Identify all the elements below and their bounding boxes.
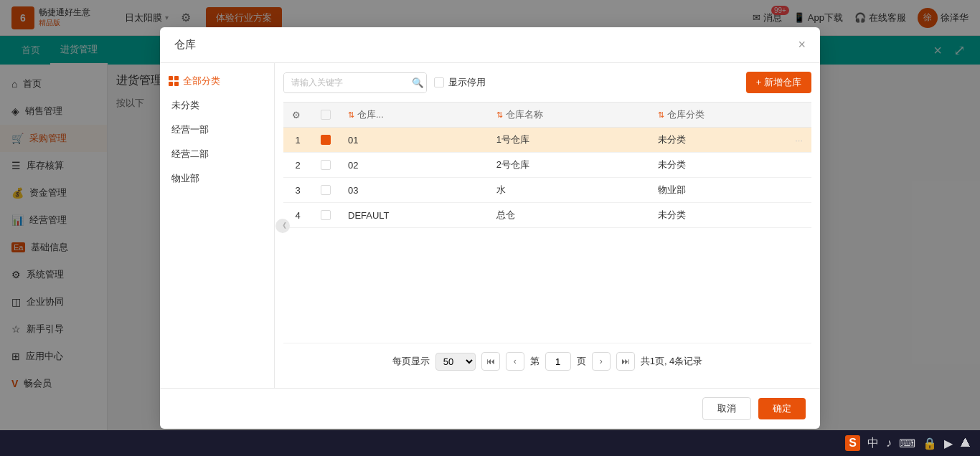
modal-title: 仓库 — [174, 38, 196, 52]
row-checkbox[interactable] — [312, 178, 339, 203]
table-row[interactable]: 2 02 2号仓库 未分类 — [283, 153, 811, 178]
modal-close-button[interactable]: × — [798, 37, 806, 52]
total-info: 共1页, 4条记录 — [641, 355, 703, 368]
page-size-label: 每页显示 — [392, 355, 430, 368]
row-code: 01 — [339, 128, 488, 153]
row-name: 1号仓库 — [488, 128, 650, 153]
bottom-lang-icon[interactable]: 中 — [867, 436, 879, 451]
category-all-label: 全部分类 — [183, 75, 220, 87]
row-category: 未分类 — [649, 203, 811, 228]
bottom-up-icon[interactable]: ⯅ — [960, 437, 971, 450]
row-num: 1 — [283, 128, 312, 153]
page-size-select[interactable]: 50 10 20 100 — [435, 353, 476, 371]
toolbar: 🔍 显示停用 + 新增仓库 — [283, 72, 811, 93]
modal-body: 全部分类 未分类 经营一部 经营二部 物业部 《 — [160, 63, 820, 388]
sort-icon: ⇅ — [658, 110, 664, 120]
col-category: ⇅ 仓库分类 — [649, 103, 811, 128]
collapse-sidebar-button[interactable]: 《 — [275, 219, 290, 233]
bottom-play-icon[interactable]: ▶ — [944, 437, 953, 450]
confirm-button[interactable]: 确定 — [758, 398, 806, 419]
warehouse-table: ⚙ ⇅ 仓库... — [283, 102, 811, 228]
search-box: 🔍 — [283, 72, 427, 93]
right-panel: 🔍 显示停用 + 新增仓库 ⚙ — [275, 63, 820, 388]
warehouse-modal: 仓库 × 全部分类 未分类 经营一部 经营二部 — [160, 27, 820, 429]
next-page-button[interactable]: › — [592, 352, 611, 371]
row-code: 02 — [339, 153, 488, 178]
col-name: ⇅ 仓库名称 — [488, 103, 650, 128]
table-row[interactable]: 1 01 1号仓库 未分类 ··· — [283, 128, 811, 153]
page-go-label: 第 — [530, 355, 540, 368]
grid-icon — [169, 76, 179, 86]
table-gear-icon[interactable]: ⚙ — [292, 110, 301, 120]
row-name: 总仓 — [488, 203, 650, 228]
row-num: 2 — [283, 153, 312, 178]
modal-footer: 取消 确定 — [160, 388, 820, 429]
row-code: 03 — [339, 178, 488, 203]
table-row[interactable]: 3 03 水 物业部 — [283, 178, 811, 203]
bottom-keyboard-icon[interactable]: ⌨ — [899, 437, 915, 450]
row-name: 水 — [488, 178, 650, 203]
col-check — [312, 103, 339, 128]
sort-icon: ⇅ — [348, 110, 354, 120]
cancel-button[interactable]: 取消 — [702, 397, 751, 420]
row-checkbox[interactable] — [312, 153, 339, 178]
row-checkbox[interactable] — [312, 203, 339, 228]
last-page-button[interactable]: ⏭ — [616, 352, 635, 371]
show-disabled-text: 显示停用 — [448, 76, 486, 89]
row-checkbox[interactable] — [312, 128, 339, 153]
row-category: 未分类 — [649, 153, 811, 178]
page-number-input[interactable] — [545, 352, 571, 371]
row-category: 未分类 ··· — [649, 128, 811, 153]
category-sidebar: 全部分类 未分类 经营一部 经营二部 物业部 《 — [160, 63, 275, 388]
category-item-ops2[interactable]: 经营二部 — [160, 142, 274, 166]
row-num: 3 — [283, 178, 312, 203]
prev-page-button[interactable]: ‹ — [506, 352, 524, 371]
page-label: 页 — [577, 355, 586, 368]
bottom-s-icon[interactable]: S — [845, 435, 860, 451]
row-category: 物业部 — [649, 178, 811, 203]
bottom-sound-icon[interactable]: ♪ — [886, 437, 892, 450]
select-all-checkbox[interactable] — [321, 110, 331, 120]
category-item-unclassified[interactable]: 未分类 — [160, 93, 274, 118]
row-name: 2号仓库 — [488, 153, 650, 178]
modal-overlay[interactable]: 仓库 × 全部分类 未分类 经营一部 经营二部 — [0, 0, 980, 456]
bottom-lock-icon[interactable]: 🔒 — [923, 437, 937, 450]
show-disabled-checkbox[interactable] — [434, 77, 444, 87]
add-warehouse-button[interactable]: + 新增仓库 — [746, 72, 811, 93]
col-gear: ⚙ — [283, 103, 312, 128]
row-actions-icon[interactable]: ··· — [795, 135, 803, 146]
table-row[interactable]: 4 DEFAULT 总仓 未分类 — [283, 203, 811, 228]
pagination-bar: 每页显示 50 10 20 100 ⏮ ‹ 第 页 › ⏭ 共1页, 4条记录 — [283, 343, 811, 379]
search-input[interactable] — [284, 73, 406, 92]
category-item-ops1[interactable]: 经营一部 — [160, 118, 274, 142]
first-page-button[interactable]: ⏮ — [481, 352, 500, 371]
sort-icon: ⇅ — [496, 110, 503, 120]
table-header-row: ⚙ ⇅ 仓库... — [283, 103, 811, 128]
row-code: DEFAULT — [339, 203, 488, 228]
category-item-property[interactable]: 物业部 — [160, 166, 274, 191]
category-all[interactable]: 全部分类 — [160, 69, 274, 93]
modal-header: 仓库 × — [160, 27, 820, 63]
show-disabled-label[interactable]: 显示停用 — [434, 76, 486, 89]
col-code: ⇅ 仓库... — [339, 103, 488, 128]
search-button[interactable]: 🔍 — [406, 73, 427, 92]
bottom-bar: S 中 ♪ ⌨ 🔒 ▶ ⯅ — [0, 430, 980, 456]
